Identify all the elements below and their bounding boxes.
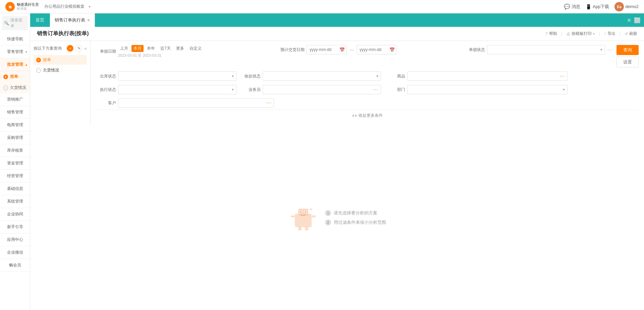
exec-status-select[interactable] [118, 85, 236, 94]
date-tab-custom[interactable]: 自定义 [187, 45, 204, 52]
filter-left-item-arrears[interactable]: ○ 欠货情况 [34, 65, 87, 75]
calendar-from-icon[interactable]: 📅 [339, 47, 345, 52]
order-dot-icon: ● [3, 74, 8, 79]
filter-collapse-btn[interactable]: ∧∧ 收起更多条件 [96, 110, 639, 121]
svg-rect-8 [291, 215, 295, 217]
sidebar-item-inventory[interactable]: 库存核算 [0, 144, 30, 157]
filter-edit-btn[interactable]: ✎ [75, 45, 82, 52]
filter-collapse-icon[interactable]: « [84, 46, 87, 51]
payment-status-label: 收款状态 [240, 73, 261, 79]
sidebar-item-marketing[interactable]: 营销推广 [0, 93, 30, 106]
refresh-icon: ↺ [625, 32, 628, 36]
sidebar-item-membership[interactable]: 畅会员 [0, 259, 30, 272]
main-layout: 🔍 搜索菜单 快捷导航 零售管理 ▼ 批发管理 ▲ ● 按单 ○ 欠货情况 [0, 13, 644, 310]
app-title: 办公用品行业模拟账套 [44, 4, 85, 9]
message-icon: 💬 [564, 4, 570, 10]
sidebar-search[interactable]: 🔍 搜索菜单 [0, 13, 30, 33]
page-title: 销售订单执行表(按单) [37, 30, 89, 37]
calendar-to-icon[interactable]: 📅 [389, 47, 395, 52]
app-download-icon: 📱 [586, 4, 591, 9]
filter-section: 按以下方案查询 + ✎ « ● 按单 ○ 欠货情况 [30, 41, 644, 125]
sidebar-item-ecommerce[interactable]: 电商管理 [0, 119, 30, 132]
top-bar: 畅 畅捷通好生意 标准版 办公用品行业模拟账套 ▾ 💬 消息 📱 App下载 E… [0, 0, 644, 13]
template-print-btn[interactable]: 🖨 按模板打印 ▾ [566, 31, 595, 37]
date-tab-last7[interactable]: 近7天 [158, 45, 173, 52]
export-btn[interactable]: ↑ 导出 [604, 31, 615, 37]
status-select[interactable] [487, 45, 605, 54]
collapse-up-icon: ∧∧ [352, 113, 357, 118]
tip-num-2: 2 [325, 219, 331, 225]
date-tab-this-year[interactable]: 本年 [145, 45, 157, 52]
goods-label: 商品 [385, 73, 405, 79]
arrears-circle-icon: ○ [3, 86, 8, 90]
date-tab-this-month[interactable]: 本月 [131, 45, 144, 52]
message-btn[interactable]: 💬 消息 [564, 4, 580, 10]
app-download-btn[interactable]: 📱 App下载 [586, 4, 609, 10]
settings-btn[interactable]: 设置 [616, 57, 639, 67]
sidebar-item-sales-mgmt[interactable]: 销售管理 [0, 106, 30, 119]
sidebar-item-operations[interactable]: 经营管理 [0, 170, 30, 183]
svg-rect-11 [305, 226, 308, 230]
sidebar-item-new-guide[interactable]: 新手引导 [0, 221, 30, 234]
filter-add-btn[interactable]: + [67, 45, 73, 52]
sidebar-item-wholesale-mgmt[interactable]: 批发管理 ▲ [0, 58, 30, 71]
empty-state: 1 请先选择要分析的方案 2 用过滤条件来缩小分析范围 [30, 125, 644, 310]
payment-status-select[interactable] [263, 71, 381, 81]
sidebar-item-finance[interactable]: 资金管理 [0, 157, 30, 170]
sidebar-item-sys-mgmt[interactable]: 系统管理 [0, 195, 30, 208]
svg-point-7 [305, 211, 306, 213]
retail-mgmt-arrow-icon: ▼ [25, 50, 28, 54]
app-title-dropdown-icon[interactable]: ▾ [89, 4, 91, 9]
search-icon: 🔍 [4, 21, 9, 25]
goods-input[interactable]: ⋯ [407, 71, 568, 81]
empty-tip-1: 1 请先选择要分析的方案 [325, 210, 386, 216]
sidebar-sub-item-order[interactable]: ● 按单 [0, 71, 30, 82]
sidebar: 🔍 搜索菜单 快捷导航 零售管理 ▼ 批发管理 ▲ ● 按单 ○ 欠货情况 [0, 13, 30, 310]
sidebar-item-quick-nav[interactable]: 快捷导航 [0, 33, 30, 46]
sidebar-item-purchase[interactable]: 采购管理 [0, 132, 30, 144]
sidebar-sub-wholesale: ● 按单 ○ 欠货情况 [0, 71, 30, 93]
refresh-btn[interactable]: ↺ 刷新 [625, 31, 637, 37]
tab-close-icon[interactable]: × [87, 17, 90, 23]
print-arrow-icon: ▾ [593, 32, 595, 36]
ship-status-select[interactable] [118, 71, 236, 81]
query-btn-area: 查询 设置 [616, 45, 639, 67]
sidebar-item-basic-info[interactable]: 基础信息 [0, 183, 30, 195]
goods-more-icon[interactable]: ⋯ [560, 73, 565, 79]
svg-rect-9 [312, 215, 316, 217]
filter-left-item-order[interactable]: ● 按单 [34, 55, 87, 65]
tab-home[interactable]: 首页 [30, 13, 50, 27]
dept-label: 部门 [385, 87, 405, 93]
date-tab-last-month[interactable]: 上月 [118, 45, 130, 52]
tab-bar: 首页 销售订单执行表 × ✕ ⬜ [30, 13, 644, 27]
filter-left-icons: + ✎ « [67, 45, 87, 52]
tab-close-window-icon[interactable]: ✕ [627, 17, 631, 23]
status-expand-icon[interactable]: ⋯ [607, 47, 612, 53]
sidebar-item-app-center[interactable]: 应用中心 [0, 234, 30, 246]
svg-text:畅: 畅 [9, 5, 12, 9]
dept-select[interactable] [407, 85, 568, 94]
ship-status-label: 出库状态 [96, 73, 116, 79]
user-menu[interactable]: Ea demo2 [614, 2, 639, 11]
sidebar-sub-item-arrears[interactable]: ○ 欠货情况 [0, 82, 30, 93]
customer-more-icon[interactable]: ⋯ [266, 100, 271, 106]
salesperson-input[interactable]: ⋯ [263, 85, 381, 94]
date-range-text: 2023-03-01 至 2023-03-31 [118, 53, 204, 58]
sidebar-item-enterprise[interactable]: 企业协同 [0, 208, 30, 221]
filter-right-panel: 单据日期 上月 本月 本年 近7天 更多 自定义 20 [91, 41, 644, 125]
filter-left-panel: 按以下方案查询 + ✎ « ● 按单 ○ 欠货情况 [30, 41, 91, 125]
tab-maximize-icon[interactable]: ⬜ [634, 17, 641, 23]
search-menu-input[interactable]: 🔍 搜索菜单 [2, 16, 28, 30]
filter-inner: 按以下方案查询 + ✎ « ● 按单 ○ 欠货情况 [30, 41, 644, 125]
salesperson-more-icon[interactable]: ⋯ [373, 87, 378, 92]
tab-sales-exec[interactable]: 销售订单执行表 × [50, 13, 95, 27]
help-btn[interactable]: ? 帮助 [545, 31, 557, 37]
sidebar-item-retail-mgmt[interactable]: 零售管理 ▼ [0, 46, 30, 58]
export-icon: ↑ [604, 32, 606, 36]
date-tabs: 上月 本月 本年 近7天 更多 自定义 [118, 45, 204, 52]
query-btn[interactable]: 查询 [616, 45, 639, 55]
filter-left-title: 按以下方案查询 + ✎ « [34, 45, 87, 52]
date-tab-more[interactable]: 更多 [174, 45, 186, 52]
customer-input[interactable]: ⋯ [118, 98, 274, 108]
sidebar-item-corp-wechat[interactable]: 企业微信 [0, 246, 30, 259]
